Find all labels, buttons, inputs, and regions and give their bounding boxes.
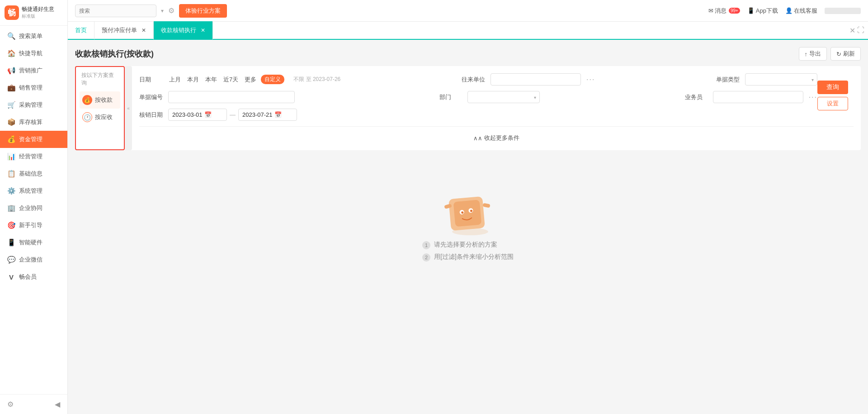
- writeoff-date-range: 2023-03-01 📅 — 2023-07-21 📅: [168, 109, 297, 121]
- online-service-item[interactable]: 👤 在线客服: [785, 7, 817, 15]
- collapse-sidebar-icon[interactable]: ◀: [55, 400, 60, 409]
- empty-hints-list: 1 请先选择要分析的方案 2 用[过滤]条件来缩小分析范围: [422, 241, 514, 265]
- sidebar-item-basics[interactable]: 📋 基础信息: [0, 165, 67, 182]
- svg-rect-2: [453, 200, 482, 227]
- sidebar-item-operations[interactable]: 📊 经营管理: [0, 148, 67, 165]
- topbar-search-wrapper: [75, 5, 156, 17]
- sidebar-item-marketing[interactable]: 📢 营销推广: [0, 62, 67, 79]
- message-icon: ✉: [708, 7, 713, 14]
- writeoff-date-to[interactable]: 2023-07-21 📅: [238, 109, 297, 121]
- topbar-search-input[interactable]: [75, 5, 156, 17]
- voucher-type-select[interactable]: [745, 73, 817, 86]
- hint-text-1: 请先选择要分析的方案: [434, 241, 497, 249]
- quick-date-this-month[interactable]: 本月: [185, 75, 201, 85]
- sidebar-item-search-menu[interactable]: 🔍 搜索菜单: [0, 28, 67, 45]
- voucher-no-input[interactable]: [168, 91, 295, 103]
- hint-text-2: 用[过滤]条件来缩小分析范围: [434, 253, 514, 261]
- industry-solution-button[interactable]: 体验行业方案: [179, 4, 227, 18]
- salesperson-input[interactable]: [713, 91, 803, 103]
- inventory-icon: 📦: [7, 118, 15, 126]
- sidebar-item-system[interactable]: ⚙️ 系统管理: [0, 182, 67, 200]
- sidebar-item-purchase[interactable]: 🛒 采购管理: [0, 96, 67, 114]
- topbar: ▾ ⚙ 体验行业方案 ✉ 消息 99+ 📱 App下载 👤 在线客服: [68, 0, 868, 22]
- sidebar-item-wechat[interactable]: 💬 企业微信: [0, 251, 67, 268]
- settings-icon[interactable]: ⚙: [7, 400, 14, 409]
- online-service-label: 在线客服: [794, 7, 817, 15]
- voucher-type-select-wrapper: ▾: [745, 73, 817, 86]
- filter-option-by-receivable[interactable]: 🕐 按应收: [80, 109, 120, 126]
- counterparty-label: 往来单位: [462, 76, 485, 84]
- refresh-button[interactable]: ↻ 刷新: [830, 47, 861, 61]
- counterparty-input[interactable]: [491, 73, 581, 86]
- sidebar-item-inventory[interactable]: 📦 库存核算: [0, 114, 67, 131]
- collapse-icon: «: [127, 106, 130, 111]
- counterparty-dots[interactable]: ···: [586, 76, 595, 84]
- mobile-icon: 📱: [747, 7, 755, 14]
- user-avatar-item[interactable]: [825, 8, 861, 14]
- sidebar-item-quick-nav[interactable]: 🏠 快捷导航: [0, 45, 67, 62]
- logo-text: 畅捷通好生意: [22, 6, 54, 13]
- app-download-item[interactable]: 📱 App下载: [747, 7, 778, 15]
- topbar-dropdown-arrow[interactable]: ▾: [161, 8, 164, 14]
- guide-icon: 🎯: [7, 221, 15, 229]
- salesperson-dots[interactable]: ···: [809, 93, 817, 101]
- sidebar-bottom: ⚙ ◀: [0, 394, 67, 414]
- department-label: 部门: [439, 93, 462, 101]
- date-label: 日期: [139, 76, 162, 84]
- voucher-type-label: 单据类型: [716, 76, 740, 84]
- enterprise-icon: 🏢: [7, 204, 15, 212]
- tab-receipt-offset-close[interactable]: ✕: [201, 27, 205, 33]
- topbar-gear-icon[interactable]: ⚙: [168, 6, 175, 15]
- query-button[interactable]: 查询: [817, 81, 848, 94]
- export-icon: ↑: [805, 51, 808, 57]
- search-menu-icon: 🔍: [7, 32, 15, 40]
- writeoff-date-from[interactable]: 2023-03-01 📅: [168, 109, 227, 121]
- topbar-right: ✉ 消息 99+ 📱 App下载 👤 在线客服: [708, 7, 861, 15]
- filter-option-by-receipt[interactable]: 💰 按收款: [80, 91, 120, 109]
- by-receivable-icon: 🕐: [82, 112, 92, 122]
- page-header: 收款核销执行(按收款) ↑ 导出 ↻ 刷新: [75, 47, 861, 61]
- tab-close-window-icon[interactable]: ✕: [849, 26, 855, 35]
- sidebar-item-finance[interactable]: 💰 资金管理: [0, 131, 67, 148]
- sidebar-item-guide[interactable]: 🎯 新手引导: [0, 217, 67, 234]
- writeoff-calendar-from-icon[interactable]: 📅: [204, 111, 212, 118]
- export-button[interactable]: ↑ 导出: [799, 47, 827, 61]
- app-download-label: App下载: [756, 7, 778, 15]
- sidebar-item-member[interactable]: V 畅会员: [0, 268, 67, 286]
- tab-prepay-offset[interactable]: 预付冲应付单 ✕: [94, 21, 154, 39]
- tab-prepay-offset-close[interactable]: ✕: [142, 27, 146, 33]
- quick-date-7days[interactable]: 近7天: [222, 75, 240, 85]
- writeoff-date-label: 核销日期: [139, 111, 163, 119]
- sidebar-item-enterprise[interactable]: 🏢 企业协同: [0, 200, 67, 217]
- page-content: 收款核销执行(按收款) ↑ 导出 ↻ 刷新 按以下方案查询 💰: [68, 40, 868, 414]
- sidebar-item-sales[interactable]: 💼 销售管理: [0, 79, 67, 96]
- settings-button[interactable]: 设置: [817, 97, 848, 110]
- tab-home[interactable]: 首页: [68, 21, 94, 39]
- quick-date-more[interactable]: 更多: [243, 75, 258, 85]
- sidebar-menu: 🔍 搜索菜单 🏠 快捷导航 📢 营销推广 💼 销售管理 🛒 采购管理 📦 库存核…: [0, 26, 67, 394]
- sidebar-label-guide: 新手引导: [19, 221, 42, 229]
- quick-date-custom-badge[interactable]: 自定义: [261, 75, 284, 84]
- sidebar: 畅 畅捷通好生意 标准版 🔍 搜索菜单 🏠 快捷导航 📢 营销推广 💼 销售管理…: [0, 0, 68, 414]
- sidebar-item-hardware[interactable]: 📱 智能硬件: [0, 234, 67, 251]
- tabbar: 首页 预付冲应付单 ✕ 收款核销执行 ✕ ✕ ⛶: [68, 22, 868, 40]
- purchase-icon: 🛒: [7, 101, 15, 109]
- member-icon: V: [7, 273, 15, 281]
- message-item[interactable]: ✉ 消息 99+: [708, 7, 740, 15]
- message-badge: 99+: [729, 8, 740, 14]
- filter-collapse-button[interactable]: «: [125, 66, 132, 150]
- quick-date-this-year[interactable]: 本年: [203, 75, 219, 85]
- sidebar-label-inventory: 库存核算: [19, 118, 42, 126]
- quick-date-last-month[interactable]: 上月: [167, 75, 183, 85]
- sidebar-label-search-menu: 搜索菜单: [19, 32, 42, 40]
- collapse-more-button[interactable]: ∧∧ 收起更多条件: [139, 131, 854, 145]
- writeoff-date-from-value: 2023-03-01: [172, 111, 203, 118]
- writeoff-calendar-to-icon[interactable]: 📅: [274, 111, 282, 118]
- tab-expand-icon[interactable]: ⛶: [857, 26, 864, 34]
- tab-receipt-offset[interactable]: 收款核销执行 ✕: [154, 21, 213, 39]
- department-select[interactable]: [467, 91, 540, 103]
- logo-icon: 畅: [5, 5, 19, 20]
- wechat-icon: 💬: [7, 256, 15, 264]
- date-dash: —: [230, 111, 236, 118]
- refresh-icon: ↻: [836, 51, 841, 57]
